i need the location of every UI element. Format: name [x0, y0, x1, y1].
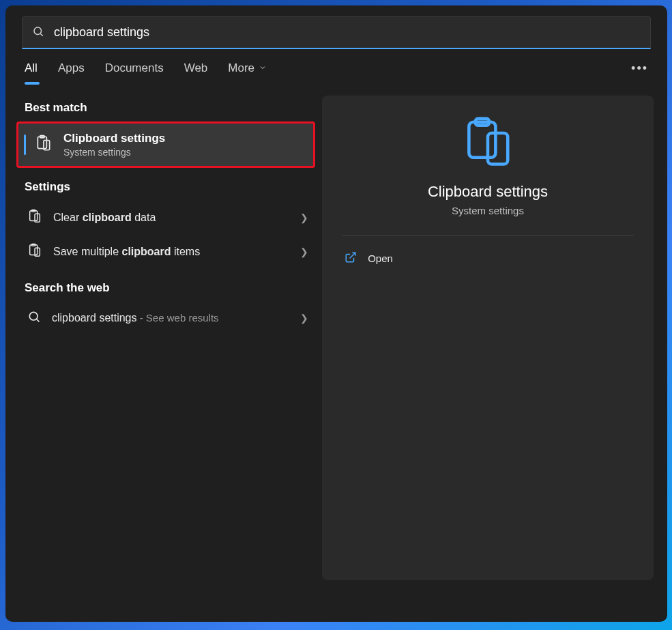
best-match-result[interactable]: Clipboard settings System settings — [16, 121, 315, 168]
settings-item-clear-clipboard[interactable]: Clear clipboard data ❯ — [25, 201, 311, 235]
svg-line-16 — [350, 253, 355, 258]
divider — [342, 235, 634, 236]
svg-point-11 — [29, 312, 38, 320]
search-bar[interactable] — [22, 16, 651, 49]
tab-web[interactable]: Web — [184, 61, 208, 83]
best-match-subtitle: System settings — [63, 147, 165, 158]
svg-line-12 — [37, 319, 40, 322]
chevron-down-icon — [259, 61, 267, 75]
open-action[interactable]: Open — [342, 243, 634, 274]
selection-accent — [24, 134, 26, 155]
tab-all[interactable]: All — [25, 61, 38, 83]
svg-rect-5 — [30, 211, 38, 221]
svg-line-1 — [40, 33, 42, 35]
svg-rect-13 — [469, 122, 495, 158]
svg-rect-15 — [488, 133, 508, 164]
section-settings: Settings — [25, 180, 311, 194]
tab-documents[interactable]: Documents — [105, 61, 164, 83]
web-search-label: clipboard settings - See web results — [52, 312, 289, 324]
preview-icon — [461, 115, 515, 169]
chevron-right-icon: ❯ — [300, 246, 308, 257]
clipboard-icon — [27, 209, 42, 227]
chevron-right-icon: ❯ — [300, 313, 308, 324]
tab-more[interactable]: More — [228, 61, 267, 83]
best-match-title: Clipboard settings — [63, 132, 165, 145]
start-search-panel: All Apps Documents Web More ••• Best mat… — [5, 5, 667, 622]
tab-more-label: More — [228, 61, 254, 75]
chevron-right-icon: ❯ — [300, 212, 308, 223]
settings-item-save-multiple[interactable]: Save multiple clipboard items ❯ — [25, 235, 311, 269]
settings-item-label: Save multiple clipboard items — [53, 246, 289, 258]
open-external-icon — [345, 251, 357, 266]
web-search-item[interactable]: clipboard settings - See web results ❯ — [25, 302, 311, 334]
tab-apps[interactable]: Apps — [58, 61, 85, 83]
search-input[interactable] — [54, 25, 641, 40]
results-body: Best match Clipboard settings System set… — [5, 83, 667, 580]
search-bar-container — [5, 5, 667, 49]
svg-point-0 — [34, 27, 42, 35]
filter-tabs: All Apps Documents Web More ••• — [5, 49, 667, 83]
preview-pane: Clipboard settings System settings Open — [322, 96, 654, 580]
preview-title: Clipboard settings — [428, 183, 548, 201]
overflow-menu-button[interactable]: ••• — [631, 61, 648, 76]
clipboard-icon — [27, 243, 42, 261]
section-search-web: Search the web — [25, 281, 311, 295]
preview-subtitle: System settings — [452, 205, 524, 216]
results-list: Best match Clipboard settings System set… — [25, 96, 311, 580]
svg-rect-8 — [30, 245, 38, 255]
open-label: Open — [368, 253, 393, 264]
svg-rect-2 — [38, 137, 46, 148]
clipboard-icon — [35, 134, 53, 155]
best-match-text: Clipboard settings System settings — [63, 132, 165, 158]
section-best-match: Best match — [25, 101, 311, 115]
search-icon — [32, 25, 44, 40]
search-icon — [27, 310, 41, 326]
settings-item-label: Clear clipboard data — [53, 212, 289, 224]
